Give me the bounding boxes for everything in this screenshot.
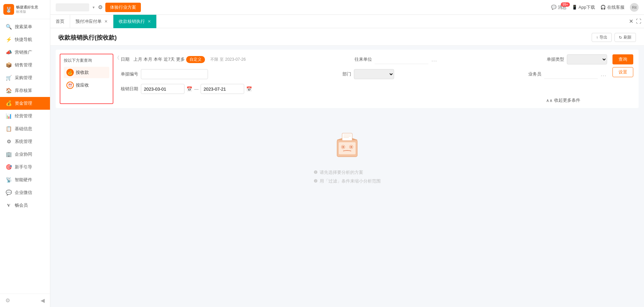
logo-text: 畅捷通好生意 <box>16 5 38 9</box>
refresh-button[interactable]: ↻ 刷新 <box>614 33 636 42</box>
gear-icon[interactable]: ⚙ <box>98 4 103 10</box>
sidebar-item-sales[interactable]: 📦 销售管理 <box>0 59 50 71</box>
tab-close-receipt-offset[interactable]: ✕ <box>148 19 151 24</box>
purchase-icon: 🛒 <box>5 75 12 81</box>
dept-label: 部门 <box>342 71 351 77</box>
sidebar-item-quick-nav[interactable]: ⚡ 快捷导航 <box>0 33 50 46</box>
sidebar-nav: 🔍 搜索菜单 ⚡ 快捷导航 📣 营销推广 📦 销售管理 🛒 采购管理 🏠 库存核… <box>0 19 50 294</box>
doc-no-label: 单据编号 <box>121 71 138 77</box>
tab-home[interactable]: 首页 <box>50 15 70 28</box>
offset-date-filter-group: 核销日期 📅 — 📅 <box>121 84 252 94</box>
dept-select[interactable] <box>354 69 394 79</box>
message-button[interactable]: 💬 消息 99+ <box>551 4 567 10</box>
guide-icon: 🎯 <box>5 164 12 170</box>
partner-input[interactable] <box>375 55 428 64</box>
filter-selector-title: 按以下方案查询 <box>64 58 109 63</box>
more-date-btn[interactable]: 更多 <box>176 56 185 62</box>
maximize-tab-button[interactable]: ⛶ <box>636 18 641 24</box>
message-badge: 99+ <box>561 2 570 7</box>
sidebar-item-basic-info[interactable]: 📋 基础信息 <box>0 122 50 135</box>
setting-button[interactable]: 设置 <box>612 67 633 77</box>
filter-option-by-receipt[interactable]: 💰 按收款 <box>64 67 109 78</box>
sidebar-item-wechat[interactable]: 💬 企业微信 <box>0 186 50 199</box>
this-month-btn[interactable]: 本月 <box>144 56 152 62</box>
filter-action-buttons: 查询 设置 <box>607 50 639 108</box>
calendar-start-icon[interactable]: 📅 <box>186 86 192 92</box>
member-icon: V <box>5 203 12 208</box>
header-left: ▾ ⚙ 体验行业方案 <box>56 3 141 12</box>
tabs-actions: ✕ ⛶ <box>629 18 644 24</box>
sidebar-item-member[interactable]: V 畅会员 <box>0 199 50 212</box>
tabs-bar: 首页 预付冲应付单 ✕ 收款核销执行 ✕ ✕ ⛶ <box>50 15 644 28</box>
filter-row-2: 单据编号 部门 业务员 <box>121 69 607 79</box>
sidebar-item-search[interactable]: 🔍 搜索菜单 <box>0 20 50 33</box>
empty-hint-2: ❷ 用「过滤」条件来缩小分析范围 <box>314 177 381 186</box>
filter-row-3: 核销日期 📅 — 📅 <box>121 84 607 94</box>
tab-close-prepay[interactable]: ✕ <box>104 19 108 24</box>
partner-more-icon[interactable]: … <box>431 56 438 63</box>
settings-icon[interactable]: ⚙ <box>5 297 10 304</box>
empty-robot-svg <box>329 128 366 162</box>
query-button[interactable]: 查询 <box>612 54 633 64</box>
export-button[interactable]: ↑ 导出 <box>592 33 612 42</box>
sales-icon: 📦 <box>5 62 12 68</box>
empty-hints: ❶ 请先选择要分析的方案 ❷ 用「过滤」条件来缩小分析范围 <box>314 168 381 186</box>
filter-option-by-receivable[interactable]: ⏰ 按应收 <box>64 80 109 91</box>
finance-icon: 💰 <box>5 100 12 106</box>
collapse-left-button[interactable]: 《 <box>113 50 121 108</box>
sidebar-item-operations[interactable]: 📊 经营管理 <box>0 110 50 122</box>
date-buttons: 上月 本月 本年 近7天 更多 自定义 <box>133 56 205 63</box>
doc-type-select[interactable] <box>567 54 607 64</box>
sidebar-item-enterprise[interactable]: 🏢 企业协同 <box>0 148 50 161</box>
staff-more-icon[interactable]: … <box>600 71 607 78</box>
calendar-end-icon[interactable]: 📅 <box>246 86 252 92</box>
industry-plan-button[interactable]: 体验行业方案 <box>105 3 141 12</box>
user-profile-button[interactable]: Rit <box>630 3 639 12</box>
sidebar-item-purchase[interactable]: 🛒 采购管理 <box>0 71 50 84</box>
tab-prepay[interactable]: 预付冲应付单 ✕ <box>70 15 113 28</box>
search-icon: 🔍 <box>5 24 12 30</box>
app-icon: 📱 <box>572 5 577 10</box>
collapse-more-button[interactable]: ∧∧ 收起更多条件 <box>546 97 580 103</box>
offset-date-start-input[interactable] <box>141 84 184 94</box>
header-right: 💬 消息 99+ 📱 App下载 🎧 在线客服 Rit <box>551 3 639 12</box>
sidebar: 🐰 畅捷通好生意 标准版 🔍 搜索菜单 ⚡ 快捷导航 📣 营销推广 📦 销售管理… <box>0 0 50 307</box>
message-icon: 💬 <box>551 5 556 10</box>
hint-num-1: ❶ <box>314 168 318 177</box>
offset-date-end-input[interactable] <box>201 84 244 94</box>
sidebar-item-marketing[interactable]: 📣 营销推广 <box>0 46 50 59</box>
partner-label: 往来单位 <box>355 56 372 62</box>
collapse-sidebar-icon[interactable]: ◀ <box>41 297 45 304</box>
doc-no-input[interactable] <box>141 69 208 79</box>
sidebar-item-hardware[interactable]: 📡 智能硬件 <box>0 173 50 186</box>
last-month-btn[interactable]: 上月 <box>133 56 142 62</box>
page-title: 收款核销执行(按收款) <box>58 34 117 42</box>
export-icon: ↑ <box>596 35 598 40</box>
staff-input[interactable] <box>544 69 598 79</box>
sidebar-item-inventory[interactable]: 🏠 库存核算 <box>0 84 50 97</box>
doc-type-label: 单据类型 <box>547 56 564 62</box>
online-service-button[interactable]: 🎧 在线客服 <box>600 4 625 10</box>
sidebar-item-guide[interactable]: 🎯 新手引导 <box>0 161 50 173</box>
page-title-bar: 收款核销执行(按收款) ↑ 导出 ↻ 刷新 <box>50 28 644 46</box>
date-label: 日期 <box>121 56 131 62</box>
system-icon: ⚙ <box>5 139 12 145</box>
last-7-days-btn[interactable]: 近7天 <box>164 56 175 62</box>
sidebar-item-finance[interactable]: 💰 资金管理 <box>0 97 50 110</box>
chevron-up-icon: ∧∧ <box>546 98 553 103</box>
sidebar-item-system[interactable]: ⚙ 系统管理 <box>0 135 50 148</box>
collapse-more-row: ∧∧ 收起更多条件 <box>121 97 607 103</box>
this-year-btn[interactable]: 本年 <box>154 56 162 62</box>
partner-filter-group: 往来单位 … <box>355 55 438 64</box>
app-download-button[interactable]: 📱 App下载 <box>572 4 595 10</box>
empty-hint-1: ❶ 请先选择要分析的方案 <box>314 168 381 177</box>
doc-type-filter-group: 单据类型 <box>547 54 607 64</box>
staff-filter-group: 业务员 … <box>528 69 607 79</box>
doc-no-filter-group: 单据编号 <box>121 69 208 79</box>
custom-date-btn[interactable]: 自定义 <box>186 56 205 63</box>
offset-date-label: 核销日期 <box>121 86 138 92</box>
tab-receipt-offset[interactable]: 收款核销执行 ✕ <box>113 15 157 28</box>
svg-rect-3 <box>339 142 356 154</box>
close-tab-button[interactable]: ✕ <box>629 18 633 24</box>
svg-point-7 <box>351 146 352 148</box>
